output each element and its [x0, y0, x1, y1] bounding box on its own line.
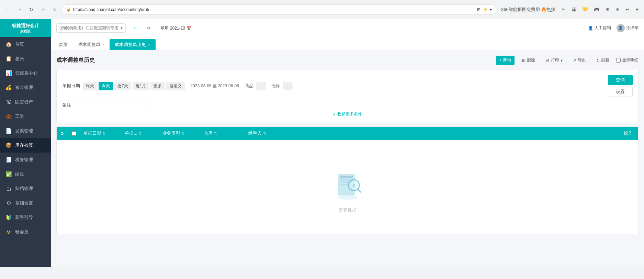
delete-btn[interactable]: 🗑 删除 — [518, 56, 539, 65]
tab-home[interactable]: 首页 — [54, 39, 73, 50]
home-button[interactable]: ⌂ — [38, 5, 47, 14]
table-select-all-checkbox[interactable] — [68, 131, 80, 136]
sidebar-item-archive[interactable]: 🗂 归档管理 — [0, 181, 51, 196]
sidebar-label-payroll: 工资 — [15, 113, 24, 120]
query-btn[interactable]: 查询 — [608, 75, 633, 85]
app-layout: 畅捷通好会计 旗舰版 🏠 首页 📋 总账 📊 云报表中心 💰 资金管理 🏗 — [0, 19, 644, 267]
show-detail-input[interactable] — [616, 58, 621, 63]
sidebar-item-payroll[interactable]: 💼 工资 — [0, 109, 51, 124]
print-btn[interactable]: 🖨 打印 ▾ — [542, 56, 566, 65]
print-dropdown-icon: ▾ — [561, 58, 563, 63]
col-warehouse[interactable]: 仓库 — [200, 130, 245, 136]
sidebar-item-assets[interactable]: 🏗 固定资产 — [0, 95, 51, 109]
collapse-btn[interactable]: ∧ 收起更多条件 — [333, 111, 362, 117]
sidebar-item-vip[interactable]: V 畅会员 — [0, 225, 51, 239]
svg-rect-2 — [340, 176, 353, 178]
date-btn-7days[interactable]: 近7天 — [114, 82, 131, 90]
date-btn-today[interactable]: 今天 — [99, 82, 113, 90]
note-input[interactable] — [74, 101, 149, 109]
settings-company-btn[interactable]: ⚙ — [144, 24, 154, 32]
warehouse-filter-group: 仓库 ... — [271, 82, 293, 90]
warehouse-more-btn[interactable]: ... — [283, 82, 293, 90]
col-operator-label: 经手人 — [248, 130, 262, 136]
date-range-text: 2023-06-06 至 2023-06-06 — [190, 83, 239, 89]
tab-home-label: 首页 — [59, 42, 68, 48]
address-bar[interactable]: 🔒 https://cloud.chanjet.com/accounting/u… — [62, 4, 496, 15]
bookmark-button[interactable]: ☆ — [50, 5, 59, 14]
col-date[interactable]: 单据日期 — [80, 130, 121, 136]
empty-svg: ? — [330, 167, 365, 202]
settings-gear-btn[interactable]: ☀ — [613, 5, 622, 13]
guide-icon: 🔰 — [5, 214, 12, 221]
tab-history-close[interactable]: × — [148, 43, 150, 47]
add-company-btn[interactable]: ＋ — [129, 23, 140, 33]
delete-icon: 🗑 — [521, 58, 526, 63]
assets-icon: 🏗 — [5, 99, 12, 105]
new-btn[interactable]: + 新增 — [496, 56, 515, 65]
period-value: 2021-10 — [170, 26, 185, 31]
scissors-btn[interactable]: ✂ — [560, 5, 567, 13]
service-icon: 👤 — [588, 26, 593, 31]
col-operator[interactable]: 经手人 — [245, 130, 290, 136]
sidebar-item-ledger[interactable]: 📋 总账 — [0, 52, 51, 66]
sidebar-logo: 畅捷通好会计 旗舰版 — [0, 19, 51, 37]
ledger-icon: 📋 — [5, 56, 12, 62]
vip-icon: V — [5, 229, 12, 235]
show-detail-checkbox[interactable]: 显示明细 — [616, 57, 639, 63]
col-num[interactable]: 单据... — [121, 130, 159, 136]
tab-cost-adjust-close[interactable]: × — [102, 43, 104, 47]
select-all-input[interactable] — [72, 131, 76, 136]
wallet-btn[interactable]: 💛 — [580, 5, 590, 13]
search-tool-btn[interactable]: 360智能抠图免费用 🔥热搜 — [499, 5, 557, 14]
export-label: 导出 — [578, 57, 586, 63]
menu-btn[interactable]: ≡ — [634, 5, 641, 13]
sidebar-label-closing: 结账 — [15, 171, 24, 177]
sidebar-label-funds: 资金管理 — [15, 85, 33, 91]
sidebar-label-archive: 归档管理 — [15, 186, 33, 192]
user-menu[interactable]: 👤 徐泽华 — [617, 24, 639, 32]
user-name: 徐泽华 — [626, 25, 639, 31]
export-btn[interactable]: ↗ 导出 — [569, 56, 589, 65]
collapse-up-icon: ∧ — [333, 112, 336, 117]
archive-icon: 🗂 — [5, 186, 12, 192]
date-quick-buttons: 昨天 今天 近7天 近1月 更多 自定义 — [83, 82, 185, 90]
sidebar-item-reports[interactable]: 📊 云报表中心 — [0, 66, 51, 80]
goods-more-btn[interactable]: ... — [256, 82, 266, 90]
date-btn-1month[interactable]: 近1月 — [133, 82, 149, 90]
tab-cost-adjust[interactable]: 成本调整单 × — [73, 39, 110, 50]
back-button[interactable]: ← — [3, 5, 12, 14]
sidebar-item-home[interactable]: 🏠 首页 — [0, 37, 51, 52]
calendar-icon: 📅 — [187, 26, 192, 31]
sidebar-item-funds[interactable]: 💰 资金管理 — [0, 80, 51, 95]
date-btn-custom[interactable]: 自定义 — [166, 82, 185, 90]
filter-settings-btn[interactable]: 设置 — [608, 87, 633, 97]
filter-area: 单据日期 昨天 今天 近7天 近1月 更多 自定义 2023-06-06 至 2… — [56, 70, 639, 123]
svg-text:?: ? — [352, 183, 355, 188]
undo-btn[interactable]: ↩ — [624, 5, 632, 13]
date-btn-more[interactable]: 更多 — [150, 82, 165, 90]
reload-button[interactable]: ↻ — [27, 5, 36, 14]
sidebar-item-settings[interactable]: ⚙ 基础设置 — [0, 196, 51, 210]
col-type[interactable]: 业务类型 — [159, 130, 200, 136]
svg-line-8 — [358, 189, 361, 192]
forward-button[interactable]: → — [15, 5, 24, 14]
game-btn[interactable]: 🎮 — [592, 5, 601, 13]
grid-btn[interactable]: ⊞ — [603, 5, 611, 13]
reports-icon: 📊 — [5, 70, 12, 76]
avatar-icon: 👤 — [618, 26, 623, 30]
tab-cost-adjust-history[interactable]: 成本调整单历史 × — [110, 39, 155, 50]
company-selector[interactable]: (勿删勿禁用）江西服宝测试专用 ▾ — [56, 23, 126, 33]
date-btn-yesterday[interactable]: 昨天 — [83, 82, 97, 90]
sidebar-item-tax[interactable]: 🧾 税务管理 — [0, 153, 51, 167]
sidebar-item-closing[interactable]: ✅ 结账 — [0, 167, 51, 181]
browser-tools: 360智能抠图免费用 🔥热搜 ✂ 译 💛 🎮 ⊞ ☀ ↩ ≡ — [499, 5, 641, 14]
refresh-btn[interactable]: ↻ 刷新 — [593, 56, 613, 65]
sidebar-item-guide[interactable]: 🔰 新手引导 — [0, 210, 51, 225]
extension-icon: ⚡ — [483, 7, 488, 12]
table-gear-icon[interactable]: ⚙ — [57, 131, 68, 136]
translate-btn[interactable]: 译 — [569, 5, 578, 14]
collapse-label: 收起更多条件 — [337, 111, 362, 117]
service-button[interactable]: 👤 人工咨询 — [588, 25, 611, 31]
sidebar-item-invoice[interactable]: 📄 发票管理 — [0, 124, 51, 138]
sidebar-item-inventory[interactable]: 📦 库存核算 — [0, 138, 51, 153]
